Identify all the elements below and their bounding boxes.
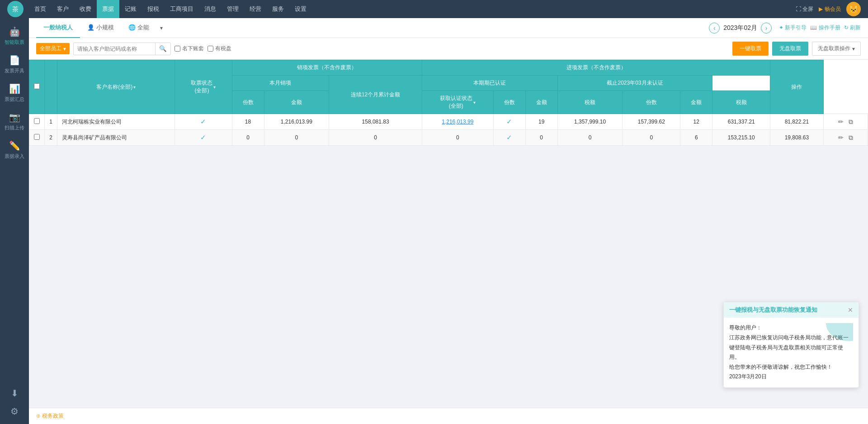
row-checkbox[interactable]: [34, 118, 40, 124]
sidebar: 🤖 智能取票 📄 发票开具 📊 票据汇总 📷 扫描上传 ✏️ 票据录入 ⬇ ⚙: [0, 18, 29, 424]
nav-item-票据[interactable]: 票据: [97, 0, 119, 18]
tab-yiban[interactable]: 一般纳税人: [36, 18, 80, 38]
wupan-quipiao-btn[interactable]: 无盘取票: [772, 42, 808, 56]
user-icon: 👤: [87, 18, 94, 38]
th-sales-group: 销项发票（不含作废票）: [232, 60, 422, 76]
notification-close-btn[interactable]: ✕: [848, 306, 853, 314]
sub-tabs-right-actions: ✦ 新手引导 📖 操作手册 ↻ 刷新: [779, 24, 861, 32]
sidebar-item-zhijiqu[interactable]: 🤖 智能取票: [0, 22, 29, 50]
row-uncert-tax: 81,822.21: [770, 114, 823, 130]
nav-right: ⛶ 全屏 ▶ 畅会员 🐱: [796, 2, 861, 16]
mingxia-checkbox-label[interactable]: 名下账套: [175, 45, 204, 52]
th-uncert-tax: 税额: [712, 91, 770, 114]
notification-header: 一键报税与无盘取票功能恢复通知 ✕: [724, 302, 859, 318]
main-table: 客户名称(全部) ▾ 取票状态(全部) ▾ 销项发票（不含作废票） 进项发票（不…: [29, 60, 868, 146]
tax-policy-link[interactable]: ⊙ 税务政策: [36, 412, 64, 420]
search-input[interactable]: [74, 43, 155, 55]
invoice-icon: 📄: [9, 55, 20, 66]
tab-more-dropdown[interactable]: ▾: [156, 18, 166, 38]
row-checkbox[interactable]: [34, 134, 40, 140]
nav-item-服务[interactable]: 服务: [267, 0, 289, 18]
current-date: 2023年02月: [723, 24, 757, 32]
toolbar-right-btns: 一键取票 无盘取票 无盘取票操作 ▾: [732, 42, 861, 56]
th-sales-count: 份数: [232, 91, 264, 114]
th-index: [45, 60, 57, 114]
row-checkbox-cell: [29, 130, 45, 146]
notification-line: 江苏政务网已恢复访问电子税务局功能，意代账一键登陆电子税务局与无盘取票相关功能可…: [729, 333, 853, 362]
sidebar-item-huizong[interactable]: 📊 票据汇总: [0, 79, 29, 107]
row-cert-count: 0: [525, 130, 557, 146]
notification-popup: 一键报税与无盘取票功能恢复通知 ✕ 尊敬的用户：江苏政务网已恢复访问电子税务局功…: [723, 302, 859, 388]
notification-body: 尊敬的用户：江苏政务网已恢复访问电子税务局功能，意代账一键登陆电子税务局与无盘取…: [724, 318, 859, 387]
employee-select-btn[interactable]: 全部员工 ▾: [36, 43, 70, 54]
row-cert-amount: 0: [557, 130, 623, 146]
fullscreen-btn[interactable]: ⛶ 全屏: [796, 5, 813, 13]
cert-status-filter-icon[interactable]: ▾: [473, 100, 476, 105]
edit-action-icon[interactable]: ✏: [838, 118, 844, 125]
row-uncert-amount: 153,215.10: [712, 130, 770, 146]
nav-item-记账[interactable]: 记账: [119, 0, 142, 18]
guide-btn[interactable]: ✦ 新手引导: [779, 24, 807, 32]
nav-item-管理[interactable]: 管理: [222, 0, 244, 18]
row-checkbox-cell: [29, 114, 45, 130]
wupan-more-btn[interactable]: 无盘取票操作 ▾: [812, 42, 861, 56]
mingxia-checkbox[interactable]: [175, 46, 180, 52]
tab-quanneng[interactable]: 🌐 全能: [121, 18, 156, 38]
select-all-checkbox[interactable]: [34, 83, 40, 89]
sidebar-bottom-icon2[interactable]: ⚙: [10, 406, 19, 417]
row-uncert-count: 12: [680, 114, 712, 130]
date-prev-btn[interactable]: ‹: [709, 23, 720, 33]
nav-item-设置[interactable]: 设置: [289, 0, 312, 18]
robot-icon: 🤖: [9, 26, 20, 37]
nav-item-工商项目[interactable]: 工商项目: [165, 0, 199, 18]
yijian-quipiao-btn[interactable]: 一键取票: [732, 42, 769, 56]
tab-xiaogui[interactable]: 👤 小规模: [80, 18, 121, 38]
th-cert-amount: 金额: [525, 91, 557, 114]
bottom-bar: ⊙ 税务政策: [29, 408, 868, 424]
nav-item-收费[interactable]: 收费: [74, 0, 97, 18]
search-button[interactable]: 🔍: [155, 43, 170, 55]
nav-item-客户[interactable]: 客户: [52, 0, 74, 18]
copy-action-icon[interactable]: ⧉: [849, 134, 853, 141]
sidebar-item-fapiao[interactable]: 📄 发票开具: [0, 50, 29, 79]
th-cert-status: 获取认证状态(全部) ▾: [422, 91, 493, 114]
sidebar-item-scan[interactable]: 📷 扫描上传: [0, 107, 29, 136]
row-actions: ✏ ⧉: [823, 114, 868, 130]
row-sales-tax: 158,081.83: [329, 114, 422, 130]
toolbar: 全部员工 ▾ 🔍 名下账套 有税盘 一键取票 无盘取票: [29, 38, 868, 60]
taxpan-checkbox[interactable]: [208, 46, 213, 52]
status-check-icon: ✓: [200, 133, 206, 141]
copy-action-icon[interactable]: ⧉: [849, 118, 853, 125]
sidebar-item-entry[interactable]: ✏️ 票据录入: [0, 136, 29, 164]
row-uncert-amount: 631,337.21: [712, 114, 770, 130]
nav-item-首页[interactable]: 首页: [29, 0, 52, 18]
taxpan-checkbox-label[interactable]: 有税盘: [208, 45, 231, 52]
row-sales-tax: 0: [329, 130, 422, 146]
th-cert-this-period: 本期期已认证: [422, 76, 557, 91]
nav-item-消息[interactable]: 消息: [199, 0, 222, 18]
date-next-btn[interactable]: ›: [761, 23, 772, 33]
user-avatar[interactable]: 🐱: [846, 2, 861, 16]
th-uncert-count: 份数: [623, 91, 680, 114]
table-row: 1 河北柯瑞栋实业有限公司 ✓ 18 1,216,013.99 158,081.…: [29, 114, 868, 130]
row-customer-name: 灵寿县尚泽矿产品有限公司: [57, 130, 175, 146]
nav-item-经营[interactable]: 经营: [244, 0, 267, 18]
cumulative-link[interactable]: 1,216,013.99: [442, 119, 473, 125]
edit-icon: ✏️: [9, 140, 20, 151]
status-filter-icon[interactable]: ▾: [213, 85, 216, 90]
nav-menu: 首页客户收费票据记账报税工商项目消息管理经营服务设置: [29, 0, 312, 18]
notification-line: 尊敬的用户：: [729, 323, 853, 333]
book-icon: 📖: [810, 24, 817, 31]
th-action: 操作: [770, 60, 823, 114]
row-cumulative: 0: [422, 130, 493, 146]
customer-filter-icon[interactable]: ▾: [133, 85, 136, 90]
vip-btn[interactable]: ▶ 畅会员: [819, 5, 841, 13]
row-status: ✓: [175, 130, 232, 146]
nav-item-报税[interactable]: 报税: [142, 0, 165, 18]
refresh-btn[interactable]: ↻ 刷新: [844, 24, 861, 32]
row-cert-status: ✓: [493, 130, 525, 146]
manual-btn[interactable]: 📖 操作手册: [810, 24, 840, 32]
edit-action-icon[interactable]: ✏: [838, 134, 844, 141]
sidebar-bottom-icon1[interactable]: ⬇: [11, 388, 19, 399]
notification-scroll[interactable]: 尊敬的用户：江苏政务网已恢复访问电子税务局功能，意代账一键登陆电子税务局与无盘取…: [724, 318, 859, 387]
